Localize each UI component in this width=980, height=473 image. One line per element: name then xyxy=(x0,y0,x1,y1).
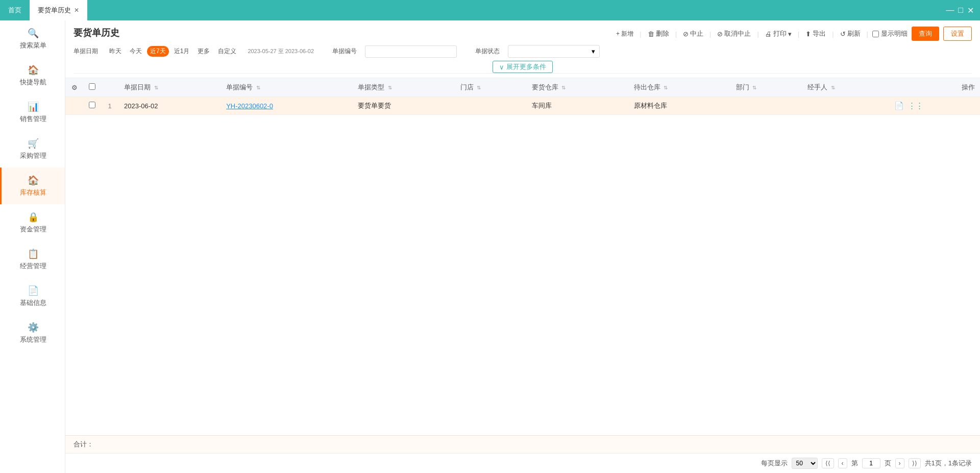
sidebar-item-search-menu[interactable]: 🔍 搜索菜单 xyxy=(0,20,65,57)
tab-close-icon[interactable]: ✕ xyxy=(74,7,79,14)
th-num xyxy=(101,78,119,97)
refresh-button[interactable]: ↺ 刷新 xyxy=(838,28,863,39)
th-date-label: 单据日期 xyxy=(124,83,151,91)
td-num: 1 xyxy=(101,97,119,115)
sidebar-item-basic-info-label: 基础信息 xyxy=(20,298,46,308)
expand-more-button[interactable]: ∨ 展开更多条件 xyxy=(493,61,553,73)
tab-requisition-history[interactable]: 要货单历史 ✕ xyxy=(30,0,87,20)
sidebar: 🔍 搜索菜单 🏠 快捷导航 📊 销售管理 🛒 采购管理 🏠 库存核算 🔒 资金管… xyxy=(0,20,65,473)
date-option-more[interactable]: 更多 xyxy=(194,46,213,57)
table-header-row: ⚙ 单据日期 ⇅ 单据编号 ⇅ xyxy=(65,78,980,97)
filter-area: 单据日期 昨天 今天 近7天 近1月 更多 自定义 2023-05-27 至 2… xyxy=(74,45,972,74)
th-handler[interactable]: 经手人 ⇅ xyxy=(802,78,889,97)
td-checkbox xyxy=(84,97,101,115)
sidebar-item-finance[interactable]: 🔒 资金管理 xyxy=(0,204,65,241)
th-no[interactable]: 单据编号 ⇅ xyxy=(221,78,353,97)
th-actions-label: 操作 xyxy=(962,83,975,91)
separator-2: | xyxy=(675,30,677,38)
tab-home[interactable]: 首页 xyxy=(0,0,30,20)
th-store[interactable]: 门店 ⇅ xyxy=(455,78,527,97)
td-dept xyxy=(731,97,802,115)
cancel-stop-button[interactable]: ⊘ 取消中止 xyxy=(715,28,753,39)
order-no-input[interactable] xyxy=(365,45,457,58)
order-no-link[interactable]: YH-20230602-0 xyxy=(226,102,273,110)
action-icons: 📄 ⋮⋮ xyxy=(894,101,975,110)
sidebar-item-inventory[interactable]: 🏠 库存核算 xyxy=(0,168,65,204)
close-icon[interactable]: ✕ xyxy=(967,6,974,15)
summary-label: 合计： xyxy=(74,440,93,448)
prev-page-button[interactable]: ‹ xyxy=(838,458,847,468)
td-date: 2023-06-02 xyxy=(119,97,221,115)
content-area: 要货单历史 + 新增 | 🗑 删除 | ⊘ 中止 | ⊘ xyxy=(65,20,980,473)
display-detail-button[interactable]: 显示明细 xyxy=(872,29,908,38)
separator-3: | xyxy=(709,30,711,38)
date-option-custom[interactable]: 自定义 xyxy=(215,46,239,57)
print-icon: 🖨 xyxy=(765,30,772,38)
date-filter-label: 单据日期 xyxy=(74,47,98,56)
sidebar-item-basic-info[interactable]: 📄 基础信息 xyxy=(0,278,65,315)
date-option-1month[interactable]: 近1月 xyxy=(171,46,193,57)
tab-list: 首页 要货单历史 ✕ xyxy=(0,0,946,20)
tab-home-label: 首页 xyxy=(8,6,21,15)
select-all-checkbox[interactable] xyxy=(89,83,95,90)
th-req-warehouse[interactable]: 要货仓库 ⇅ xyxy=(527,78,629,97)
new-button[interactable]: + 新增 xyxy=(614,29,635,39)
td-req-warehouse: 车间库 xyxy=(527,97,629,115)
td-actions: 📄 ⋮⋮ xyxy=(889,97,980,115)
th-store-label: 门店 xyxy=(460,83,474,91)
expand-icon: ∨ xyxy=(499,63,504,71)
minimize-icon[interactable]: — xyxy=(946,6,954,15)
display-detail-checkbox[interactable] xyxy=(872,31,879,37)
th-pending-warehouse-sort-icon: ⇅ xyxy=(664,85,668,90)
row-view-icon[interactable]: 📄 xyxy=(894,101,904,110)
export-icon: ⬆ xyxy=(805,30,811,38)
stop-button[interactable]: ⊘ 中止 xyxy=(681,28,705,39)
td-pending-warehouse: 原材料仓库 xyxy=(629,97,731,115)
date-option-today[interactable]: 今天 xyxy=(127,46,145,57)
finance-icon: 🔒 xyxy=(28,211,39,223)
date-options: 昨天 今天 近7天 近1月 更多 自定义 xyxy=(106,46,239,57)
th-dept[interactable]: 部门 ⇅ xyxy=(731,78,802,97)
sidebar-item-operations[interactable]: 📋 经营管理 xyxy=(0,241,65,278)
print-button[interactable]: 🖨 打印 ▾ xyxy=(763,28,794,39)
status-select[interactable]: ▾ xyxy=(508,45,600,58)
sidebar-item-sales[interactable]: 📊 销售管理 xyxy=(0,94,65,131)
sidebar-item-quick-nav[interactable]: 🏠 快捷导航 xyxy=(0,57,65,94)
separator-6: | xyxy=(832,30,834,38)
maximize-icon[interactable]: □ xyxy=(958,6,963,15)
th-date[interactable]: 单据日期 ⇅ xyxy=(119,78,221,97)
th-no-label: 单据编号 xyxy=(226,83,253,91)
page-size-select[interactable]: 20 50 100 xyxy=(792,458,818,469)
delete-button[interactable]: 🗑 删除 xyxy=(646,28,671,39)
th-type[interactable]: 单据类型 ⇅ xyxy=(353,78,455,97)
sidebar-item-finance-label: 资金管理 xyxy=(20,225,46,234)
last-page-button[interactable]: ⟩⟩ xyxy=(909,458,921,468)
th-pending-warehouse[interactable]: 待出仓库 ⇅ xyxy=(629,78,731,97)
inventory-icon: 🏠 xyxy=(28,175,39,186)
row-more-icon[interactable]: ⋮⋮ xyxy=(908,101,923,110)
window-controls: — □ ✕ xyxy=(946,6,980,15)
date-range-display: 2023-05-27 至 2023-06-02 xyxy=(248,48,314,55)
separator-5: | xyxy=(798,30,799,38)
status-label: 单据状态 xyxy=(475,47,500,56)
row-checkbox[interactable] xyxy=(89,102,95,108)
th-checkbox xyxy=(84,78,101,97)
sidebar-item-purchase[interactable]: 🛒 采购管理 xyxy=(0,131,65,168)
settings-button[interactable]: 设置 xyxy=(943,27,972,41)
print-dropdown-icon: ▾ xyxy=(788,30,792,38)
toolbar: + 新增 | 🗑 删除 | ⊘ 中止 | ⊘ 取消中止 xyxy=(614,27,972,41)
sidebar-item-sales-label: 销售管理 xyxy=(20,114,46,124)
sidebar-item-system[interactable]: ⚙️ 系统管理 xyxy=(0,315,65,351)
query-button[interactable]: 查询 xyxy=(912,27,939,41)
display-detail-label: 显示明细 xyxy=(881,29,908,38)
sidebar-item-system-label: 系统管理 xyxy=(20,335,46,344)
td-settings xyxy=(65,97,84,115)
date-option-7days[interactable]: 近7天 xyxy=(147,46,169,57)
next-page-button[interactable]: › xyxy=(895,458,904,468)
date-option-yesterday[interactable]: 昨天 xyxy=(106,46,125,57)
first-page-button[interactable]: ⟨⟨ xyxy=(822,458,834,468)
export-button[interactable]: ⬆ 导出 xyxy=(803,28,828,39)
page-header: 要货单历史 + 新增 | 🗑 删除 | ⊘ 中止 | ⊘ xyxy=(65,20,980,78)
th-store-sort-icon: ⇅ xyxy=(477,85,481,90)
page-number-input[interactable] xyxy=(862,458,880,468)
